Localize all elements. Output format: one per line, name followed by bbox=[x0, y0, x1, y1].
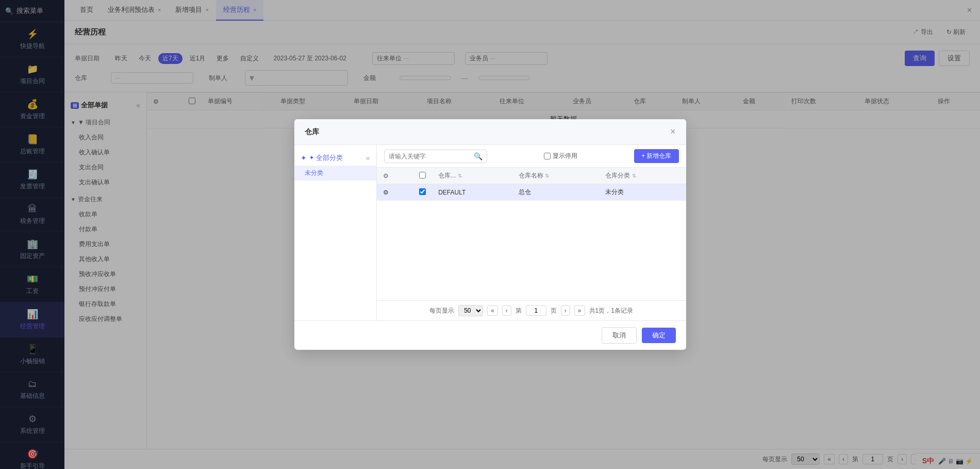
modal-per-page-label: 每页显示 bbox=[429, 306, 454, 315]
modal-first-page[interactable]: « bbox=[487, 305, 498, 316]
modal-prev-page[interactable]: ‹ bbox=[502, 305, 511, 316]
collapse-modal-left[interactable]: « bbox=[366, 154, 370, 162]
modal-close-button[interactable]: × bbox=[670, 126, 676, 137]
modal-left-scroll: 未分类 bbox=[294, 166, 376, 181]
add-warehouse-label: + 新增仓库 bbox=[641, 152, 671, 160]
modal-title: 仓库 bbox=[305, 127, 319, 137]
modal-left-panel: ✦ ✦ 全部分类 « 未分类 bbox=[294, 145, 377, 320]
modal-col-gear[interactable]: ⚙ bbox=[377, 168, 413, 184]
warehouse-table-row[interactable]: ⚙ DEFAULT 总仓 未分类 bbox=[377, 184, 686, 201]
modal-body: ✦ ✦ 全部分类 « 未分类 🔍 显示停 bbox=[294, 145, 686, 320]
row-select-checkbox[interactable] bbox=[419, 188, 426, 195]
modal-col-checkbox[interactable] bbox=[413, 168, 432, 184]
modal-per-page-select[interactable]: 50 bbox=[458, 305, 483, 316]
row-checkbox[interactable] bbox=[413, 184, 432, 201]
modal-search-input[interactable] bbox=[389, 153, 471, 160]
sort-category-icon: ⇅ bbox=[632, 173, 636, 179]
modal-category-unclassified[interactable]: 未分类 bbox=[294, 166, 376, 181]
grid-icon-modal: ✦ bbox=[301, 154, 307, 162]
modal-toolbar: 🔍 显示停用 + 新增仓库 bbox=[377, 145, 686, 168]
modal-next-page[interactable]: › bbox=[561, 305, 570, 316]
modal-footer: 取消 确定 bbox=[294, 320, 686, 350]
show-disabled-checkbox[interactable] bbox=[544, 153, 551, 159]
modal-right-panel: 🔍 显示停用 + 新增仓库 ⚙ bbox=[377, 145, 686, 320]
modal-col-category: 仓库分类 ⇅ bbox=[599, 168, 686, 184]
modal-col-name: 仓库名称 ⇅ bbox=[512, 168, 599, 184]
row-code: DEFAULT bbox=[432, 184, 512, 201]
modal-pagination: 每页显示 50 « ‹ 第 页 › » 共1页，1条记录 bbox=[377, 300, 686, 320]
sort-code-icon: ⇅ bbox=[458, 173, 462, 179]
modal-cancel-button[interactable]: 取消 bbox=[602, 327, 637, 344]
warehouse-table: ⚙ 仓库... ⇅ 仓库名称 ⇅ bbox=[377, 168, 686, 201]
row-name: 总仓 bbox=[512, 184, 599, 201]
sort-name-icon: ⇅ bbox=[545, 173, 549, 179]
modal-table-area: ⚙ 仓库... ⇅ 仓库名称 ⇅ bbox=[377, 168, 686, 300]
modal-page-pre: 第 bbox=[516, 306, 522, 315]
modal-page-input[interactable] bbox=[526, 305, 546, 316]
modal-confirm-button[interactable]: 确定 bbox=[642, 328, 676, 343]
modal-page-label: 页 bbox=[551, 306, 557, 315]
row-category: 未分类 bbox=[599, 184, 686, 201]
modal-pagination-summary: 共1页，1条记录 bbox=[589, 306, 633, 315]
row-gear[interactable]: ⚙ bbox=[377, 184, 413, 201]
warehouse-table-header: ⚙ 仓库... ⇅ 仓库名称 ⇅ bbox=[377, 168, 686, 184]
modal-col-code: 仓库... ⇅ bbox=[432, 168, 512, 184]
add-warehouse-button[interactable]: + 新增仓库 bbox=[634, 149, 678, 163]
modal-select-all[interactable] bbox=[419, 172, 426, 179]
all-category-label: ✦ 全部分类 bbox=[309, 153, 343, 163]
show-disabled-label[interactable]: 显示停用 bbox=[544, 152, 577, 160]
warehouse-modal: 仓库 × ✦ ✦ 全部分类 « 未分类 bbox=[294, 119, 686, 350]
show-disabled-text: 显示停用 bbox=[553, 152, 577, 160]
modal-search-box: 🔍 bbox=[384, 150, 487, 163]
modal-overlay[interactable]: 仓库 × ✦ ✦ 全部分类 « 未分类 bbox=[0, 0, 980, 469]
modal-header: 仓库 × bbox=[294, 119, 686, 145]
modal-left-header[interactable]: ✦ ✦ 全部分类 « bbox=[294, 150, 376, 166]
modal-search-icon[interactable]: 🔍 bbox=[474, 152, 483, 160]
modal-last-page[interactable]: » bbox=[574, 305, 585, 316]
